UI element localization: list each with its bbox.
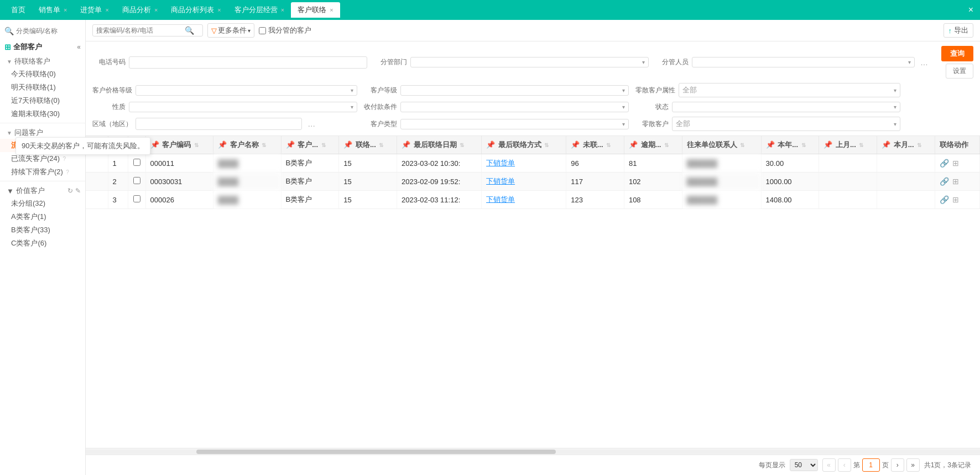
sidebar-item-ungrouped[interactable]: 未分组(32)	[0, 197, 85, 210]
prev-page-btn[interactable]: ‹	[838, 458, 851, 472]
sort-code[interactable]: ⇅	[194, 142, 199, 148]
sort-overdue[interactable]: ⇅	[664, 142, 669, 148]
row-last-method-2[interactable]: 下销货单	[482, 191, 566, 209]
search-button-icon[interactable]: 🔍	[185, 26, 194, 35]
row-checkbox-input-0[interactable]	[133, 159, 140, 166]
sort-last-date[interactable]: ⇅	[460, 142, 464, 148]
row-checkbox-input-1[interactable]	[133, 177, 140, 184]
action-link-2[interactable]: 🔗	[940, 195, 949, 204]
sort-name[interactable]: ⇅	[262, 142, 266, 148]
sidebar-search-box[interactable]: 🔍	[0, 24, 85, 38]
sidebar-item-overdue[interactable]: 逾期未联络(30)	[0, 107, 85, 121]
col-type[interactable]: 📌 客户... ⇅	[281, 136, 339, 154]
next-page-btn[interactable]: ›	[891, 458, 904, 472]
sidebar-item-7days[interactable]: 近7天待联络(0)	[0, 94, 85, 107]
col-last-date[interactable]: 📌 最后联络日期 ⇅	[397, 136, 482, 154]
filter-nature-select[interactable]: ▾	[129, 102, 357, 112]
col-code[interactable]: 📌 客户编码 ⇅	[145, 136, 213, 154]
action-grid-0[interactable]: ⊞	[952, 159, 959, 168]
row-checkbox-0[interactable]	[128, 154, 145, 173]
tab-analysis-table[interactable]: 商品分析列表 ×	[164, 2, 227, 18]
scrollbar-thumb[interactable]	[196, 450, 556, 454]
col-overdue[interactable]: 📌 逾期... ⇅	[624, 136, 682, 154]
sidebar-search-input[interactable]	[16, 27, 81, 35]
sort-contact[interactable]: ⇅	[379, 142, 383, 148]
sidebar-item-today[interactable]: 今天待联络(0)	[0, 67, 85, 81]
action-grid-2[interactable]: ⊞	[952, 195, 959, 204]
sort-unit-contact[interactable]: ⇅	[740, 142, 744, 148]
sort-uncontacted[interactable]: ⇅	[606, 142, 611, 148]
filter-scattered-select[interactable]: 全部 ▾	[672, 117, 900, 131]
close-tab-purchase[interactable]: ×	[105, 7, 108, 13]
filter-customer-grade-select[interactable]: ▾	[400, 85, 629, 96]
col-name[interactable]: 📌 客户名称 ⇅	[213, 136, 282, 154]
setting-button[interactable]: 设置	[946, 64, 973, 79]
close-tab-sales[interactable]: ×	[64, 7, 67, 13]
last-method-link-1[interactable]: 下销货单	[486, 177, 515, 185]
tab-home[interactable]: 首页	[4, 2, 32, 18]
search-box[interactable]: 🔍	[92, 24, 203, 36]
sidebar-item-class-c[interactable]: C类客户(6)	[0, 237, 85, 250]
filter-status-select[interactable]: ▾	[672, 102, 900, 112]
manager-dots[interactable]: …	[918, 58, 930, 67]
sort-type[interactable]: ⇅	[321, 142, 326, 148]
sort-this-year[interactable]: ⇅	[801, 142, 806, 148]
row-checkbox-1[interactable]	[128, 173, 145, 191]
filter-dept-select[interactable]: ▾	[410, 57, 649, 67]
col-unit-contact[interactable]: 往来单位联系人 ⇅	[682, 136, 761, 154]
close-tab-customer-contact[interactable]: ×	[330, 7, 333, 13]
action-grid-1[interactable]: ⊞	[952, 177, 959, 186]
col-contact[interactable]: 📌 联络... ⇅	[339, 136, 397, 154]
query-button[interactable]: 查询	[941, 46, 973, 61]
sidebar-section-pending-title[interactable]: ▼ 待联络客户	[0, 54, 85, 67]
sidebar-item-declining[interactable]: 持续下滑客户(2) ?	[0, 165, 85, 179]
sort-last-month[interactable]: ⇅	[859, 142, 863, 148]
col-last-method[interactable]: 📌 最后联络方式 ⇅	[482, 136, 566, 154]
close-tab-analysis[interactable]: ×	[154, 7, 158, 13]
sidebar-all-customers[interactable]: ⊞ 全部客户 «	[0, 40, 85, 54]
last-method-link-2[interactable]: 下销货单	[486, 195, 515, 203]
per-page-select[interactable]: 50 100 200	[790, 459, 818, 471]
filter-phone-input[interactable]	[129, 56, 367, 69]
sort-last-method[interactable]: ⇅	[544, 142, 549, 148]
tab-sales[interactable]: 销售单 ×	[32, 2, 74, 18]
export-button[interactable]: ↑ 导出	[943, 23, 974, 38]
filter-manager-select[interactable]: ▾	[692, 57, 915, 67]
refresh-icon[interactable]: ↻	[67, 187, 73, 195]
edit-icon[interactable]: ✎	[75, 187, 81, 195]
my-customers-filter[interactable]: 我分管的客户	[259, 25, 311, 35]
col-this-year[interactable]: 📌 本年... ⇅	[761, 136, 819, 154]
tab-customer-tier[interactable]: 客户分层经营 ×	[228, 2, 291, 18]
page-number-input[interactable]	[862, 458, 880, 472]
sidebar-item-class-a[interactable]: A类客户(1)	[0, 210, 85, 223]
filter-customer-type-select[interactable]: ▾	[400, 119, 629, 129]
close-tab-customer-tier[interactable]: ×	[281, 7, 284, 13]
row-last-method-1[interactable]: 下销货单	[482, 173, 566, 191]
row-last-method-0[interactable]: 下销货单	[482, 154, 566, 173]
sidebar-item-class-b[interactable]: B类客户(33)	[0, 223, 85, 237]
last-page-btn[interactable]: »	[906, 458, 920, 472]
action-link-1[interactable]: 🔗	[940, 177, 949, 186]
action-link-0[interactable]: 🔗	[940, 159, 949, 168]
sidebar-price-title[interactable]: ▼ 价值客户	[7, 186, 45, 196]
col-uncontacted[interactable]: 📌 未联... ⇅	[566, 136, 624, 154]
sort-this-month[interactable]: ⇅	[917, 142, 921, 148]
window-close-button[interactable]: ×	[966, 3, 976, 17]
filter-scattered-attr-select[interactable]: 全部 ▾	[679, 83, 900, 97]
region-dots[interactable]: …	[305, 119, 317, 128]
col-last-month[interactable]: 📌 上月... ⇅	[819, 136, 877, 154]
last-method-link-0[interactable]: 下销货单	[486, 159, 515, 167]
filter-payment-select[interactable]: ▾	[400, 102, 629, 112]
tab-analysis[interactable]: 商品分析 ×	[116, 2, 164, 18]
more-filter-button[interactable]: ▽ 更多条件 ▾	[207, 23, 254, 38]
search-input[interactable]	[96, 27, 185, 34]
first-page-btn[interactable]: «	[822, 458, 836, 472]
sidebar-item-tomorrow[interactable]: 明天待联络(1)	[0, 81, 85, 94]
row-checkbox-input-2[interactable]	[133, 195, 140, 202]
close-tab-analysis-table[interactable]: ×	[217, 7, 221, 13]
filter-region-input[interactable]	[135, 118, 302, 130]
tab-customer-contact[interactable]: 客户联络 ×	[291, 2, 340, 18]
sidebar-collapse-btn[interactable]: «	[77, 43, 81, 51]
row-checkbox-2[interactable]	[128, 191, 145, 209]
col-this-month[interactable]: 📌 本月... ⇅	[877, 136, 935, 154]
